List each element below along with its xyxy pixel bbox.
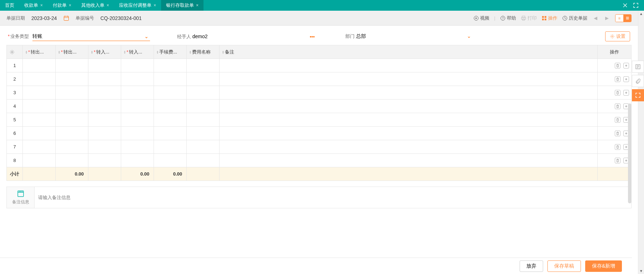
dept-input[interactable]	[356, 32, 470, 41]
handler-label: 经手人	[177, 34, 191, 39]
note-icon	[17, 190, 25, 198]
tab-receipt[interactable]: 收款单×	[19, 0, 48, 11]
delete-row-icon[interactable]	[615, 117, 620, 123]
chevron-down-icon[interactable]: ⌄	[144, 34, 149, 39]
handler-input[interactable]	[192, 32, 306, 41]
biz-type-label: 业务类型	[10, 34, 29, 39]
help-link[interactable]: ?帮助	[500, 15, 516, 21]
subtotal-row: 小计 0.00 0.00 0.00	[7, 167, 632, 181]
biz-type-input[interactable]	[32, 32, 150, 41]
fullscreen-icon[interactable]	[630, 0, 641, 11]
svg-rect-7	[542, 16, 544, 18]
col-transfer-out-2[interactable]: ▴▾*转出...	[56, 45, 88, 59]
discard-button[interactable]: 放弃	[520, 260, 543, 272]
date-value[interactable]: 2023-03-24	[31, 15, 57, 21]
code-value: CQ-20230324-001	[101, 15, 142, 21]
save-new-button[interactable]: 保存&新增	[585, 260, 622, 272]
table-row[interactable]: 6	[7, 127, 632, 140]
remark-label: 备注信息	[12, 199, 29, 205]
delete-row-icon[interactable]	[615, 144, 620, 150]
tab-payment[interactable]: 付款单×	[48, 0, 76, 11]
code-label: 单据编号	[76, 15, 94, 21]
list-view-icon[interactable]: ≡	[615, 15, 623, 22]
delete-row-icon[interactable]	[615, 158, 620, 163]
col-transfer-in-2[interactable]: ▴▾*转入...	[121, 45, 154, 59]
table-row[interactable]: 2	[7, 72, 632, 86]
close-icon[interactable]: ×	[40, 3, 43, 8]
side-tools	[632, 61, 644, 101]
svg-rect-8	[545, 16, 546, 18]
table-row[interactable]: 7	[7, 140, 632, 154]
history-link[interactable]: 历史单据	[562, 15, 587, 21]
gear-icon[interactable]	[7, 45, 23, 59]
col-fee-name[interactable]: ▴▾费用名称	[187, 45, 220, 59]
col-fee[interactable]: ▴▾手续费...	[154, 45, 187, 59]
table-row[interactable]: 3	[7, 86, 632, 100]
delete-row-icon[interactable]	[615, 90, 620, 96]
dept-label: 部门	[345, 34, 355, 39]
window-close-icon[interactable]	[620, 0, 630, 11]
page-scrollbar[interactable]: ▲ ▼	[638, 11, 644, 274]
print-link[interactable]: 打印	[521, 15, 537, 21]
close-icon[interactable]: ×	[196, 3, 199, 8]
side-tool-expand-icon[interactable]	[632, 89, 644, 101]
date-label: 单据日期	[6, 15, 25, 21]
remark-section: 备注信息	[6, 187, 632, 208]
scroll-down-icon[interactable]: ▼	[638, 268, 644, 274]
svg-rect-9	[542, 19, 544, 20]
table-row[interactable]: 8	[7, 154, 632, 167]
table-scrollbar[interactable]	[628, 103, 632, 220]
delete-row-icon[interactable]	[615, 103, 620, 109]
tab-other-income[interactable]: 其他收入单×	[76, 0, 114, 11]
table-row[interactable]: 1	[7, 59, 632, 72]
close-icon[interactable]: ×	[107, 3, 109, 8]
svg-point-13	[11, 51, 13, 53]
save-draft-button[interactable]: 保存草稿	[547, 260, 581, 272]
delete-row-icon[interactable]	[615, 76, 620, 82]
data-table: ▴▾*转出... ▴▾*转出... ▴▾*转入... ▴▾*转入... ▴▾手续…	[6, 45, 632, 181]
lookup-icon[interactable]: •••	[310, 34, 315, 39]
col-transfer-out-1[interactable]: ▴▾*转出...	[23, 45, 56, 59]
close-icon[interactable]: ×	[154, 3, 156, 8]
svg-rect-4	[522, 16, 525, 17]
add-row-icon[interactable]	[623, 90, 629, 96]
tab-bar: 首页 收款单× 付款单× 其他收入单× 应收应付调整单× 银行存取款单×	[0, 0, 644, 11]
view-toggle[interactable]: ≡ ⊞	[615, 14, 632, 22]
calendar-icon[interactable]	[63, 15, 69, 21]
add-row-icon[interactable]	[623, 63, 629, 68]
form-row: *业务类型 ⌄ 经手人 ••• 部门 ⌄	[0, 26, 638, 45]
scroll-up-icon[interactable]: ▲	[638, 11, 644, 17]
video-link[interactable]: 视频	[474, 15, 489, 21]
next-doc-icon[interactable]: ▶	[604, 15, 610, 21]
svg-rect-10	[545, 19, 546, 20]
side-tool-draft-icon[interactable]	[632, 61, 644, 73]
chevron-down-icon[interactable]: ⌄	[467, 33, 471, 39]
add-row-icon[interactable]	[623, 76, 629, 82]
tab-home[interactable]: 首页	[0, 0, 19, 11]
close-icon[interactable]: ×	[69, 3, 71, 8]
operate-link[interactable]: 操作	[542, 15, 557, 21]
svg-rect-0	[64, 16, 68, 20]
table-row[interactable]: 4	[7, 100, 632, 113]
tab-adjustment[interactable]: 应收应付调整单×	[114, 0, 161, 11]
svg-text:?: ?	[502, 16, 504, 20]
settings-button[interactable]: 设置	[605, 31, 630, 41]
remark-input[interactable]	[35, 187, 631, 208]
col-remark[interactable]: ▴▾备注	[220, 45, 598, 59]
delete-row-icon[interactable]	[615, 63, 620, 68]
form-view-icon[interactable]: ⊞	[623, 15, 631, 22]
col-actions: 操作	[598, 45, 632, 59]
svg-point-12	[612, 36, 613, 37]
col-transfer-in-1[interactable]: ▴▾*转入...	[88, 45, 121, 59]
table-row[interactable]: 5	[7, 113, 632, 127]
delete-row-icon[interactable]	[615, 131, 620, 136]
tab-bank-transfer[interactable]: 银行存取款单×	[161, 0, 203, 11]
bottom-bar: 放弃 保存草稿 保存&新增	[0, 258, 632, 274]
doc-toolbar: 单据日期 2023-03-24 单据编号 CQ-20230324-001 视频 …	[0, 11, 638, 26]
prev-doc-icon[interactable]: ◀	[592, 15, 599, 21]
side-tool-attachment-icon[interactable]	[632, 75, 644, 87]
